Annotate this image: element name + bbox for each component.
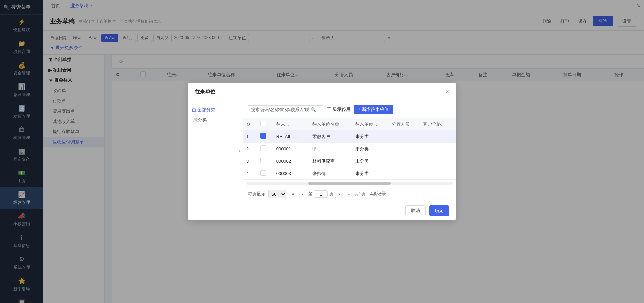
row1-price bbox=[420, 130, 456, 143]
dialog-table-row-1[interactable]: 1 RETAIL_... 零散客户 未分类 bbox=[243, 130, 456, 143]
show-disabled-label: 显示停用 bbox=[327, 106, 351, 113]
row2-price bbox=[420, 143, 456, 155]
dialog-table-row-2[interactable]: 2 000001 甲 未分类 bbox=[243, 143, 456, 155]
row1-name: 零散客户 bbox=[309, 130, 352, 143]
dialog-col-check bbox=[257, 118, 273, 130]
new-counterpart-button[interactable]: + 新增往来单位 bbox=[354, 105, 393, 114]
row4-price bbox=[420, 167, 456, 180]
dialog-table-row-3[interactable]: 3 000002 材料供应商 未分类 bbox=[243, 155, 456, 167]
dialog-table-container: ⚙ 往来... 往来单位名称 往来单位... 分管人员 客户价格... bbox=[243, 118, 456, 180]
row3-check[interactable] bbox=[257, 155, 273, 167]
dialog-overlay: 往来单位 × ⊞ 全部分类 未分类 ‹ bbox=[0, 0, 644, 303]
dialog-sidebar-wrapper: ⊞ 全部分类 未分类 ‹ bbox=[188, 101, 243, 201]
page-total: 共1页，4条记录 bbox=[354, 191, 386, 197]
dialog-toolbar: 🔍 显示停用 + 新增往来单位 bbox=[243, 101, 456, 118]
dialog-col-manager[interactable]: 分管人员 bbox=[388, 118, 420, 130]
dialog-sidebar-collapse[interactable]: ‹ bbox=[236, 101, 243, 201]
dialog-body: ⊞ 全部分类 未分类 ‹ 🔍 显示停用 bbox=[188, 101, 456, 201]
dialog-title: 往来单位 bbox=[195, 89, 215, 95]
cancel-button[interactable]: 取消 bbox=[405, 205, 426, 216]
row2-code: 000001 bbox=[273, 143, 309, 155]
page-word: 第 bbox=[308, 191, 313, 197]
row1-check[interactable] bbox=[257, 130, 273, 143]
dialog-table-row-4[interactable]: 4 000003 张师傅 未分类 bbox=[243, 167, 456, 180]
page-unit: 页 bbox=[329, 191, 334, 197]
dialog-close-button[interactable]: × bbox=[445, 88, 449, 95]
row1-manager bbox=[388, 130, 420, 143]
page-next[interactable]: › bbox=[335, 190, 343, 198]
row4-num: 4 bbox=[243, 167, 257, 180]
row3-price bbox=[420, 155, 456, 167]
page-first[interactable]: « bbox=[289, 190, 297, 198]
page-last[interactable]: » bbox=[345, 190, 353, 198]
row4-name: 张师傅 bbox=[309, 167, 352, 180]
dialog-col-price[interactable]: 客户价格... bbox=[420, 118, 456, 130]
row4-manager bbox=[388, 167, 420, 180]
row2-name: 甲 bbox=[309, 143, 352, 155]
dialog-table: ⚙ 往来... 往来单位名称 往来单位... 分管人员 客户价格... bbox=[243, 118, 456, 180]
row1-code: RETAIL_... bbox=[273, 130, 309, 143]
row3-category: 未分类 bbox=[352, 155, 388, 167]
per-page-label: 每页显示 bbox=[248, 191, 266, 197]
row3-num: 3 bbox=[243, 155, 257, 167]
row2-category: 未分类 bbox=[352, 143, 388, 155]
dialog-sidebar-all-label: 全部分类 bbox=[197, 107, 215, 113]
page-prev[interactable]: ‹ bbox=[299, 190, 307, 198]
row4-check[interactable] bbox=[257, 167, 273, 180]
row2-num: 2 bbox=[243, 143, 257, 155]
show-disabled-checkbox[interactable] bbox=[327, 107, 331, 112]
dialog-search-input[interactable] bbox=[251, 107, 309, 112]
row2-check[interactable] bbox=[257, 143, 273, 155]
grid-icon-dialog: ⊞ bbox=[192, 107, 196, 113]
row1-num: 1 bbox=[243, 130, 257, 143]
dialog-col-name[interactable]: 往来单位名称 bbox=[309, 118, 352, 130]
row3-name: 材料供应商 bbox=[309, 155, 352, 167]
row3-code: 000002 bbox=[273, 155, 309, 167]
pagination: « ‹ 第 页 › » 共1页，4条记录 bbox=[289, 190, 386, 198]
dialog-col-code[interactable]: 往来... bbox=[273, 118, 309, 130]
dialog-col-category[interactable]: 往来单位... bbox=[352, 118, 388, 130]
row2-manager bbox=[388, 143, 420, 155]
dialog-search-box: 🔍 bbox=[248, 105, 323, 114]
dialog-sidebar: ⊞ 全部分类 未分类 bbox=[188, 101, 236, 201]
per-page-select[interactable]: 50 100 bbox=[268, 190, 286, 198]
dialog-sidebar-unclassified[interactable]: 未分类 bbox=[188, 115, 236, 125]
dialog-content: 🔍 显示停用 + 新增往来单位 ⚙ bbox=[243, 101, 456, 201]
confirm-button[interactable]: 确定 bbox=[429, 205, 449, 216]
dialog-scrollbar[interactable] bbox=[246, 182, 453, 185]
dialog-footer-bar: 每页显示 50 100 « ‹ 第 页 › » 共1页，4条记录 bbox=[243, 187, 456, 201]
row3-manager bbox=[388, 155, 420, 167]
dialog-header: 往来单位 × bbox=[188, 83, 456, 101]
row4-category: 未分类 bbox=[352, 167, 388, 180]
scrollbar-thumb bbox=[308, 182, 391, 185]
dialog-actions: 取消 确定 bbox=[188, 201, 456, 220]
page-input[interactable] bbox=[314, 190, 328, 198]
dialog-sidebar-all[interactable]: ⊞ 全部分类 bbox=[188, 105, 236, 115]
dialog-col-settings: ⚙ bbox=[243, 118, 257, 130]
search-icon-dialog: 🔍 bbox=[311, 107, 316, 112]
dialog: 往来单位 × ⊞ 全部分类 未分类 ‹ bbox=[188, 83, 456, 220]
row4-code: 000003 bbox=[273, 167, 309, 180]
row1-category: 未分类 bbox=[352, 130, 388, 143]
